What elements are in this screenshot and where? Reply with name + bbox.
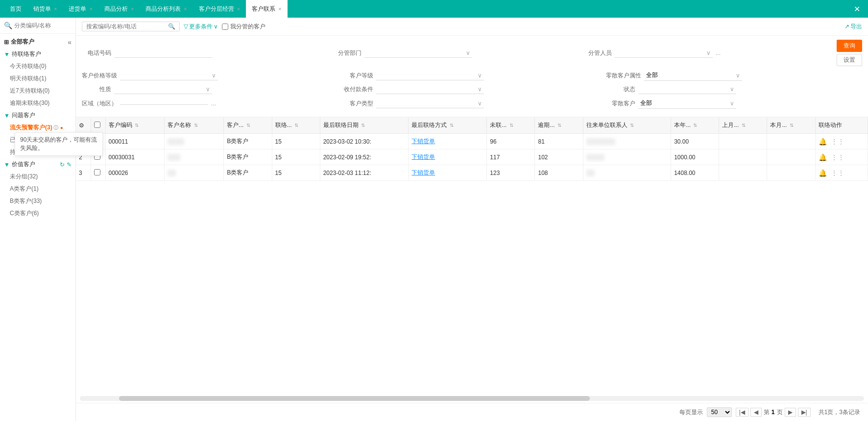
col-contact[interactable]: 联络... ⇅ xyxy=(272,117,320,134)
tab-home[interactable]: 首页 xyxy=(4,0,27,18)
tab-purchase[interactable]: 进货单 × xyxy=(63,0,98,18)
scatter-cust-select[interactable]: 全部 ∨ xyxy=(638,98,736,109)
region-select[interactable] xyxy=(120,102,208,105)
tab-sales[interactable]: 销货单 × xyxy=(27,0,63,18)
tab-analysis[interactable]: 商品分析 × xyxy=(98,0,140,18)
row-last-month xyxy=(719,149,767,165)
my-customers-checkbox[interactable]: 我分管的客户 xyxy=(222,23,265,31)
action-contact-icon[interactable]: 🔔 xyxy=(819,138,827,146)
payment-select[interactable]: ∨ xyxy=(376,85,484,94)
next-page-button[interactable]: ▶ xyxy=(785,408,796,417)
col-this-month[interactable]: 本月... ⇅ xyxy=(767,117,815,134)
settings-button[interactable]: 设置 xyxy=(837,54,862,66)
action-more-icon[interactable]: ⋮⋮ xyxy=(831,169,844,177)
nature-select[interactable]: ∨ xyxy=(114,85,212,94)
chevron-down-icon: ∨ xyxy=(214,23,218,30)
action-contact-icon[interactable]: 🔔 xyxy=(819,153,827,161)
sidebar-item-class-b[interactable]: B类客户(33) xyxy=(0,195,75,207)
sidebar-item-today[interactable]: 今天待联络(0) xyxy=(0,60,75,73)
sidebar-search-input[interactable] xyxy=(14,22,72,29)
status-chevron-icon: ∨ xyxy=(730,86,734,93)
search-input[interactable] xyxy=(86,23,168,30)
tab-sales-close[interactable]: × xyxy=(54,6,57,12)
row-this-month xyxy=(767,165,815,181)
tab-customer-contact[interactable]: 客户联系 × xyxy=(246,0,287,18)
person-more-icon[interactable]: ... xyxy=(716,50,721,56)
sidebar-group-pending[interactable]: ▼ 待联络客户 xyxy=(0,48,75,60)
sidebar-group-value[interactable]: ▼ 价值客户 ↻ ✎ xyxy=(0,158,75,171)
last-page-button[interactable]: ▶| xyxy=(798,408,811,417)
col-this-year[interactable]: 本年... ⇅ xyxy=(671,117,719,134)
scatter-attr-chevron-icon: ∨ xyxy=(736,72,740,79)
per-page-select[interactable]: 50 100 200 xyxy=(707,407,732,417)
sidebar-item-7days[interactable]: 近7天待联络(0) xyxy=(0,85,75,97)
tab-customer-contact-close[interactable]: × xyxy=(278,6,281,12)
status-select[interactable]: ∨ xyxy=(638,85,736,94)
sidebar-item-class-a[interactable]: A类客户(1) xyxy=(0,183,75,195)
tab-customer-tier-close[interactable]: × xyxy=(237,6,240,12)
sidebar-group-problem[interactable]: ▼ 问题客户 xyxy=(0,109,75,122)
filter-toggle[interactable]: ▽ 更多条件 ∨ xyxy=(184,23,218,31)
dept-select[interactable]: ∨ xyxy=(364,49,472,58)
row-last-method[interactable]: 下销货单 xyxy=(409,134,487,149)
scroll-thumb[interactable] xyxy=(119,396,590,401)
row-contact: 15 xyxy=(272,149,320,165)
sidebar-item-ungrouped[interactable]: 未分组(32) xyxy=(0,171,75,183)
refresh-icon[interactable]: ↻ xyxy=(60,161,65,168)
filter-row-2: 客户价格等级 ∨ 客户等级 ∨ 零散客户属性 全部 xyxy=(82,70,862,81)
tab-customer-tier[interactable]: 客户分层经营 × xyxy=(193,0,246,18)
col-last-month[interactable]: 上月... ⇅ xyxy=(719,117,767,134)
search-button[interactable]: 🔍 xyxy=(168,23,175,30)
first-page-button[interactable]: |◀ xyxy=(736,408,748,417)
sidebar-search-area: 🔍 xyxy=(0,18,75,34)
col-overdue[interactable]: 逾期... ⇅ xyxy=(535,117,583,134)
my-customers-check[interactable] xyxy=(222,24,228,30)
window-close-button[interactable]: ✕ xyxy=(850,4,864,14)
sidebar-item-class-c[interactable]: C类客户(6) xyxy=(0,207,75,220)
sidebar-collapse-icon[interactable]: « xyxy=(68,38,72,46)
query-button[interactable]: 查询 xyxy=(837,40,862,52)
sidebar-item-overdue[interactable]: 逾期未联络(30) xyxy=(0,97,75,109)
col-code[interactable]: 客户编码 ⇅ xyxy=(105,117,165,134)
prev-page-button[interactable]: ◀ xyxy=(750,408,762,417)
tab-analysis-close[interactable]: × xyxy=(131,6,134,12)
action-contact-icon[interactable]: 🔔 xyxy=(819,169,827,177)
col-unlisted[interactable]: 未联... ⇅ xyxy=(487,117,535,134)
row-this-year: 1000.00 xyxy=(671,149,719,165)
tab-purchase-close[interactable]: × xyxy=(89,6,92,12)
select-all-checkbox[interactable] xyxy=(94,122,100,128)
action-more-icon[interactable]: ⋮⋮ xyxy=(831,138,844,146)
cust-level-select[interactable]: ∨ xyxy=(376,71,484,80)
tab-analysis-list[interactable]: 商品分析列表 × xyxy=(140,0,193,18)
price-level-select[interactable]: ∨ xyxy=(120,71,218,80)
sidebar-all-customers[interactable]: ⊞ 全部客户 « xyxy=(0,34,75,48)
col-unit-contact[interactable]: 往来单位联系人 ⇅ xyxy=(583,117,671,134)
horizontal-scrollbar[interactable] xyxy=(80,396,864,401)
filter-nature: 性质 ∨ xyxy=(82,85,338,94)
filter-payment: 收付款条件 ∨ xyxy=(344,85,600,94)
cust-level-chevron-icon: ∨ xyxy=(478,72,482,79)
sidebar-item-tomorrow[interactable]: 明天待联络(1) xyxy=(0,73,75,85)
col-checkbox xyxy=(91,117,105,134)
tab-analysis-list-close[interactable]: × xyxy=(184,6,187,12)
row-checkbox[interactable] xyxy=(91,165,105,181)
filter-row-1: 电话号码 分管部门 ∨ 分管人员 ∨ ... xyxy=(82,40,862,66)
col-last-date[interactable]: 最后联络日期 ⇅ xyxy=(320,117,409,134)
col-name[interactable]: 客户名称 ⇅ xyxy=(165,117,224,134)
col-last-method[interactable]: 最后联络方式 ⇅ xyxy=(409,117,487,134)
row-last-method[interactable]: 下销货单 xyxy=(409,165,487,181)
person-select[interactable]: ∨ xyxy=(615,49,713,58)
col-type[interactable]: 客户... ⇅ xyxy=(224,117,272,134)
scatter-attr-select[interactable]: 全部 ∨ xyxy=(644,70,742,81)
row-this-month xyxy=(767,134,815,149)
region-more-icon[interactable]: ... xyxy=(211,100,216,107)
sort-contact-icon: ⇅ xyxy=(294,123,298,128)
col-settings[interactable]: ⚙ xyxy=(76,117,91,134)
action-more-icon[interactable]: ⋮⋮ xyxy=(831,153,844,161)
phone-input[interactable] xyxy=(114,49,212,58)
row-last-method[interactable]: 下销货单 xyxy=(409,149,487,165)
cust-type-select[interactable]: ∨ xyxy=(376,99,484,108)
arrow-down-icon: ▼ xyxy=(4,51,10,58)
export-button[interactable]: ↗ 导出 xyxy=(844,23,862,31)
edit-icon[interactable]: ✎ xyxy=(67,161,72,168)
